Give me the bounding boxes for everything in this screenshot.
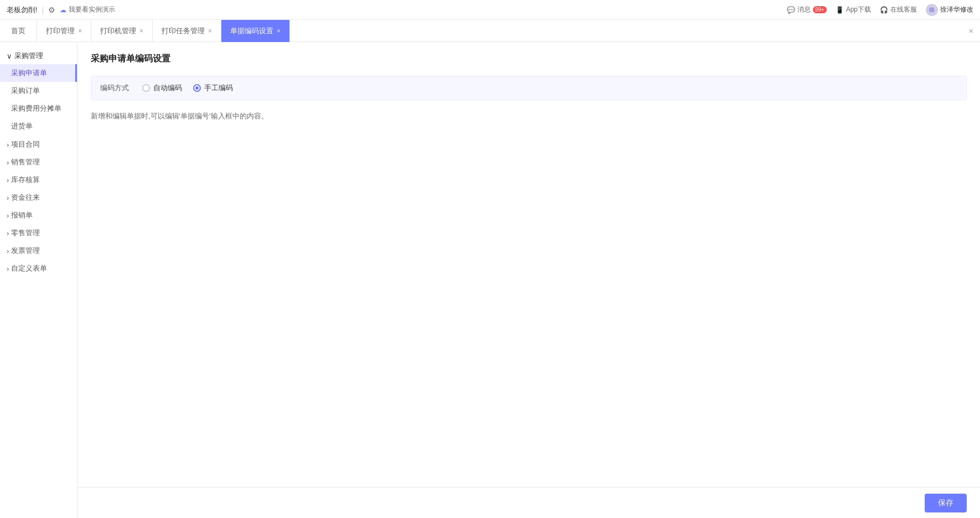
sidebar-item-purchase-order-label: 采购订单 <box>11 86 40 95</box>
sidebar-item-purchase-request[interactable]: 采购申请单 <box>0 64 77 82</box>
demo-link[interactable]: ☁ 我要看实例演示 <box>60 5 115 14</box>
radio-group: 自动编码 手工编码 <box>142 83 233 93</box>
message-label: 消息 <box>797 5 811 14</box>
tab-print-management-close[interactable]: × <box>78 28 82 34</box>
sidebar-group-retail-arrow: › <box>7 229 9 237</box>
tab-printer-management[interactable]: 打印机管理 × <box>91 20 153 42</box>
sidebar-group-expense[interactable]: › 报销单 <box>0 206 77 224</box>
app-icon: 📱 <box>836 6 844 14</box>
sidebar-group-custom-form-arrow: › <box>7 265 9 273</box>
sidebar-group-inventory-arrow: › <box>7 176 9 184</box>
tab-encoding-settings-label: 单据编码设置 <box>230 26 273 36</box>
tab-bar: 首页 打印管理 × 打印机管理 × 打印任务管理 × 单据编码设置 × × <box>0 20 980 42</box>
sidebar-group-retail-label: 零售管理 <box>11 228 40 238</box>
sidebar-item-purchase-expense-label: 采购费用分摊单 <box>11 104 61 112</box>
tab-print-management[interactable]: 打印管理 × <box>37 20 91 42</box>
bottom-bar: 保存 <box>77 487 980 518</box>
manual-code-option[interactable]: 手工编码 <box>193 83 233 93</box>
sidebar-group-retail[interactable]: › 零售管理 <box>0 224 77 241</box>
sidebar-group-purchase-label: 采购管理 <box>14 51 43 61</box>
settings-icon[interactable]: ⚙ <box>48 6 55 14</box>
sidebar-group-custom-form-label: 自定义表单 <box>11 263 47 273</box>
username: 徐泽华修改 <box>940 5 973 14</box>
manual-code-radio[interactable] <box>193 84 201 92</box>
tab-print-task-close[interactable]: × <box>208 28 212 34</box>
app-download-label: App下载 <box>846 5 871 14</box>
online-service-label: 在线客服 <box>890 5 917 14</box>
page-title: 采购申请单编码设置 <box>91 53 967 65</box>
encoding-label: 编码方式 <box>100 83 129 93</box>
sidebar-group-custom-form[interactable]: › 自定义表单 <box>0 259 77 277</box>
manual-code-label: 手工编码 <box>204 83 233 93</box>
brand-title: 老板勿削! <box>7 5 38 15</box>
user-info[interactable]: 徐 徐泽华修改 <box>926 4 973 16</box>
sidebar-group-fund-label: 资金往来 <box>11 193 40 203</box>
sidebar-item-purchase-order[interactable]: 采购订单 <box>0 82 77 100</box>
tab-print-management-label: 打印管理 <box>46 26 75 36</box>
divider: | <box>42 6 44 14</box>
content-area: 采购申请单编码设置 编码方式 自动编码 手工编码 新增和编辑单据时,可以编辑'单… <box>77 42 980 518</box>
message-button[interactable]: 💬 消息 99+ <box>787 5 827 14</box>
sidebar-group-project-arrow: › <box>7 141 9 149</box>
app-download-button[interactable]: 📱 App下载 <box>836 5 871 14</box>
tab-printer-management-label: 打印机管理 <box>100 26 136 36</box>
sidebar-group-expense-label: 报销单 <box>11 210 33 220</box>
sidebar-group-sales-arrow: › <box>7 158 9 167</box>
sidebar-item-inbound-label: 进货单 <box>11 122 33 130</box>
auto-code-radio[interactable] <box>142 84 150 92</box>
sidebar-group-sales[interactable]: › 销售管理 <box>0 153 77 170</box>
sidebar-group-sales-label: 销售管理 <box>11 157 40 167</box>
top-bar-right: 💬 消息 99+ 📱 App下载 🎧 在线客服 徐 徐泽华修改 <box>787 4 973 16</box>
sidebar-group-inventory-label: 库存核算 <box>11 175 40 185</box>
auto-code-option[interactable]: 自动编码 <box>142 83 182 93</box>
headset-icon: 🎧 <box>880 6 888 14</box>
sidebar-item-inbound[interactable]: 进货单 <box>0 117 77 135</box>
sidebar-item-purchase-expense[interactable]: 采购费用分摊单 <box>0 100 77 117</box>
sidebar-group-fund[interactable]: › 资金往来 <box>0 188 77 206</box>
tab-home[interactable]: 首页 <box>0 20 37 42</box>
tab-print-task-label: 打印任务管理 <box>162 26 205 36</box>
sidebar-group-project[interactable]: › 项目合同 <box>0 135 77 153</box>
sidebar-group-inventory[interactable]: › 库存核算 <box>0 170 77 188</box>
message-badge: 99+ <box>813 6 827 13</box>
encoding-section: 编码方式 自动编码 手工编码 <box>91 76 967 100</box>
tab-bar-close-all[interactable]: × <box>969 27 980 35</box>
tab-encoding-settings-close[interactable]: × <box>277 28 281 34</box>
message-icon: 💬 <box>787 6 795 14</box>
sidebar-item-purchase-request-label: 采购申请单 <box>11 69 47 77</box>
sidebar-group-invoice-label: 发票管理 <box>11 246 40 256</box>
tab-print-task[interactable]: 打印任务管理 × <box>153 20 221 42</box>
save-button[interactable]: 保存 <box>925 494 967 512</box>
sidebar-group-project-label: 项目合同 <box>11 139 40 149</box>
avatar: 徐 <box>926 4 938 16</box>
sidebar-group-invoice-arrow: › <box>7 247 9 255</box>
sidebar-group-purchase[interactable]: ∨ 采购管理 <box>0 46 77 64</box>
info-text: 新增和编辑单据时,可以编辑'单据编号'输入框中的内容。 <box>91 109 967 123</box>
top-bar: 老板勿削! | ⚙ ☁ 我要看实例演示 💬 消息 99+ 📱 App下载 🎧 在… <box>0 0 980 20</box>
sidebar-group-expense-arrow: › <box>7 211 9 220</box>
content-inner: 采购申请单编码设置 编码方式 自动编码 手工编码 新增和编辑单据时,可以编辑'单… <box>77 42 980 487</box>
cloud-icon: ☁ <box>60 6 66 14</box>
sidebar-group-fund-arrow: › <box>7 194 9 202</box>
demo-text: 我要看实例演示 <box>69 5 115 14</box>
online-service-button[interactable]: 🎧 在线客服 <box>880 5 917 14</box>
auto-code-label: 自动编码 <box>153 83 182 93</box>
sidebar: ∨ 采购管理 采购申请单 采购订单 采购费用分摊单 进货单 › 项目合同 › 销… <box>0 42 77 518</box>
tab-printer-management-close[interactable]: × <box>139 28 143 34</box>
sidebar-group-purchase-arrow: ∨ <box>7 52 12 60</box>
tab-home-label: 首页 <box>11 26 25 36</box>
tab-encoding-settings[interactable]: 单据编码设置 × <box>221 20 290 42</box>
sidebar-group-invoice[interactable]: › 发票管理 <box>0 241 77 259</box>
main-layout: ∨ 采购管理 采购申请单 采购订单 采购费用分摊单 进货单 › 项目合同 › 销… <box>0 42 980 518</box>
top-bar-left: 老板勿削! | ⚙ ☁ 我要看实例演示 <box>7 5 115 15</box>
